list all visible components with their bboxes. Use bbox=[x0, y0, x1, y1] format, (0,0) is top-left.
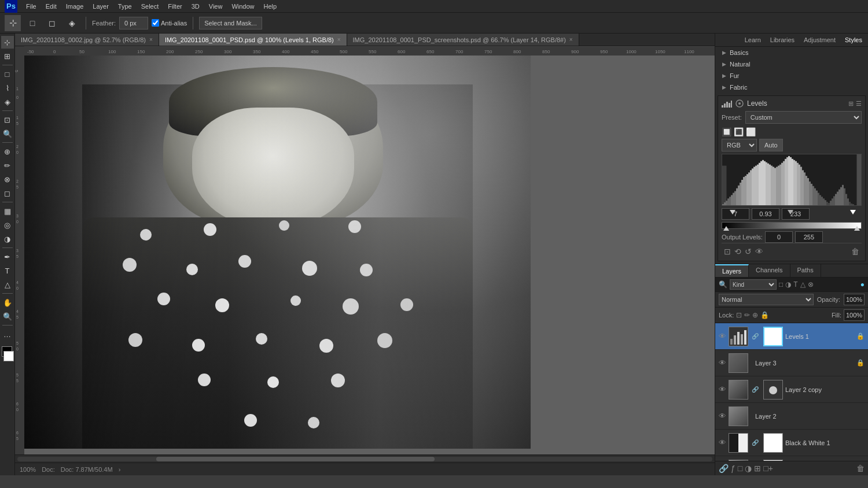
blend-mode-select[interactable]: Normal Dissolve Multiply Screen Overlay bbox=[719, 294, 814, 305]
menu-image[interactable]: Image bbox=[62, 2, 88, 11]
filter-toggle-btn[interactable]: ● bbox=[860, 280, 865, 289]
filter-pixel-btn[interactable]: □ bbox=[779, 280, 783, 289]
add-style-btn[interactable]: ƒ bbox=[731, 464, 735, 473]
menu-select[interactable]: Select bbox=[137, 2, 163, 11]
blur-btn[interactable]: ◎ bbox=[1, 219, 14, 231]
layer-row-layer2[interactable]: 👁 Layer 2 bbox=[715, 403, 868, 430]
tab-close-2[interactable]: × bbox=[569, 36, 573, 43]
visibility-icon-layer2copy[interactable]: 👁 bbox=[719, 385, 726, 394]
props-menu-btn[interactable]: ☰ bbox=[856, 100, 862, 108]
brush-btn[interactable]: ✏ bbox=[1, 159, 14, 172]
midtone-handle[interactable] bbox=[788, 210, 793, 215]
eyedropper-btn-3[interactable]: ⬜ bbox=[746, 127, 756, 136]
hand-btn[interactable]: ✋ bbox=[1, 296, 14, 309]
reset-btn[interactable]: ↺ bbox=[745, 247, 752, 256]
tab-0[interactable]: IMG_20201108_0002.jpg @ 52.7% (RGB/8) × bbox=[15, 34, 159, 46]
crop-btn[interactable]: ⊡ bbox=[1, 113, 14, 126]
eyedropper-btn-1[interactable]: 🔲 bbox=[722, 127, 731, 136]
delete-btn[interactable]: 🗑 bbox=[851, 247, 859, 256]
delete-layer-btn[interactable]: 🗑 bbox=[856, 464, 865, 473]
magic-wand-tool[interactable]: ◈ bbox=[64, 15, 80, 31]
artboard-tool-btn[interactable]: ⊞ bbox=[1, 50, 14, 62]
output-min-input[interactable]: 0 bbox=[765, 231, 793, 243]
gradient-btn[interactable]: ▦ bbox=[1, 205, 14, 217]
styles-item-fur[interactable]: ▶ Fur bbox=[715, 70, 868, 82]
toggle-visibility-btn[interactable]: 👁 bbox=[755, 247, 763, 256]
fill-input[interactable]: 100% bbox=[844, 309, 865, 321]
menu-type[interactable]: Type bbox=[114, 2, 136, 11]
eyedropper-btn[interactable]: 🔍 bbox=[1, 127, 14, 140]
tab-1[interactable]: IMG_20201108_0001_PSD.psd @ 100% (Levels… bbox=[159, 34, 347, 46]
anti-alias-checkbox[interactable] bbox=[152, 19, 159, 27]
styles-item-basics[interactable]: ▶ Basics bbox=[715, 47, 868, 58]
layer-row-bw1[interactable]: 👁 🔗 Black & White 1 bbox=[715, 430, 868, 456]
select-and-mask-button[interactable]: Select and Mask... bbox=[199, 17, 262, 29]
tab-close-1[interactable]: × bbox=[337, 36, 341, 43]
dodge-btn[interactable]: ◑ bbox=[1, 232, 14, 245]
output-white-handle[interactable] bbox=[854, 226, 860, 231]
adjustment-tab[interactable]: Adjustment bbox=[801, 36, 838, 44]
background-color[interactable] bbox=[3, 351, 14, 361]
marquee-tool[interactable]: □ bbox=[24, 15, 41, 31]
auto-button[interactable]: Auto bbox=[759, 139, 783, 151]
eyedropper-btn-2[interactable]: 🔳 bbox=[734, 127, 744, 136]
menu-edit[interactable]: Edit bbox=[42, 2, 61, 11]
layer-row-layer3[interactable]: 👁 Layer 3 🔒 bbox=[715, 350, 868, 376]
styles-item-fabric[interactable]: ▶ Fabric bbox=[715, 82, 868, 93]
layer-row-levels1[interactable]: 👁 🔗 Levels 1 🔒 bbox=[715, 323, 868, 350]
document-canvas[interactable] bbox=[24, 56, 531, 449]
layer-row-layer2copy[interactable]: 👁 🔗 Layer 2 copy bbox=[715, 376, 868, 403]
lock-transparent-btn[interactable]: ⊡ bbox=[736, 311, 742, 319]
feather-input[interactable] bbox=[119, 17, 148, 29]
eraser-btn[interactable]: ◻ bbox=[1, 187, 14, 199]
menu-window[interactable]: Window bbox=[227, 2, 258, 11]
menu-filter[interactable]: Filter bbox=[164, 2, 186, 11]
kind-select[interactable]: Kind Name Effect Mode Attribute Color Sm… bbox=[730, 279, 777, 290]
styles-tab[interactable]: Styles bbox=[843, 36, 865, 44]
filter-adjustment-btn[interactable]: ◑ bbox=[785, 280, 791, 289]
new-layer-btn[interactable]: □+ bbox=[763, 464, 773, 473]
props-expand-btn[interactable]: ⊞ bbox=[848, 100, 854, 108]
lock-image-btn[interactable]: ✏ bbox=[744, 311, 750, 319]
channel-select[interactable]: RGB Red Green Blue bbox=[722, 139, 757, 151]
new-fill-btn[interactable]: ◑ bbox=[745, 464, 752, 473]
learn-tab[interactable]: Learn bbox=[742, 36, 763, 44]
move-tool-btn[interactable]: ⊹ bbox=[1, 36, 14, 49]
output-max-input[interactable]: 255 bbox=[795, 231, 823, 243]
black-point-handle[interactable] bbox=[730, 210, 735, 215]
filter-shape-btn[interactable]: △ bbox=[800, 280, 806, 289]
lasso-btn[interactable]: ⌇ bbox=[1, 82, 14, 94]
tab-2[interactable]: IMG_20201108_0001_PSD_screenshots.psd @ … bbox=[347, 34, 579, 46]
visibility-icon-levels1[interactable]: 👁 bbox=[719, 332, 726, 341]
menu-3d[interactable]: 3D bbox=[187, 2, 204, 11]
filter-smart-btn[interactable]: ⊗ bbox=[808, 280, 814, 289]
clone-stamp-btn[interactable]: ⊗ bbox=[1, 173, 14, 186]
new-group-btn[interactable]: ⊞ bbox=[754, 464, 761, 473]
layers-tab[interactable]: Layers bbox=[715, 264, 749, 277]
more-tools-btn[interactable]: … bbox=[1, 328, 14, 341]
view-previous-btn[interactable]: ⟲ bbox=[734, 247, 741, 256]
visibility-icon-layer3[interactable]: 👁 bbox=[719, 358, 726, 367]
lock-position-btn[interactable]: ⊕ bbox=[752, 311, 758, 319]
libraries-tab[interactable]: Libraries bbox=[768, 36, 797, 44]
zoom-btn[interactable]: 🔍 bbox=[1, 310, 14, 323]
channels-tab[interactable]: Channels bbox=[749, 264, 790, 277]
add-mask-btn[interactable]: □ bbox=[738, 464, 742, 473]
paths-tab[interactable]: Paths bbox=[790, 264, 821, 277]
visibility-icon-bw1[interactable]: 👁 bbox=[719, 438, 726, 447]
clip-to-layer-btn[interactable]: ⊡ bbox=[724, 247, 731, 256]
type-btn[interactable]: T bbox=[1, 264, 14, 277]
styles-item-natural[interactable]: ▶ Natural bbox=[715, 58, 868, 70]
output-gradient-slider[interactable] bbox=[722, 222, 862, 229]
magic-wand-btn[interactable]: ◈ bbox=[1, 95, 14, 108]
menu-file[interactable]: File bbox=[22, 2, 41, 11]
output-black-handle[interactable] bbox=[723, 226, 729, 231]
menu-help[interactable]: Help bbox=[260, 2, 281, 11]
white-point-handle[interactable] bbox=[850, 210, 856, 215]
shape-btn[interactable]: △ bbox=[1, 278, 14, 291]
link-layers-btn[interactable]: 🔗 bbox=[719, 464, 729, 473]
filter-type-btn[interactable]: T bbox=[793, 280, 797, 289]
preset-select[interactable]: Custom Default Levels bbox=[745, 111, 862, 124]
h-scrollbar[interactable] bbox=[15, 454, 715, 463]
menu-view[interactable]: View bbox=[205, 2, 227, 11]
